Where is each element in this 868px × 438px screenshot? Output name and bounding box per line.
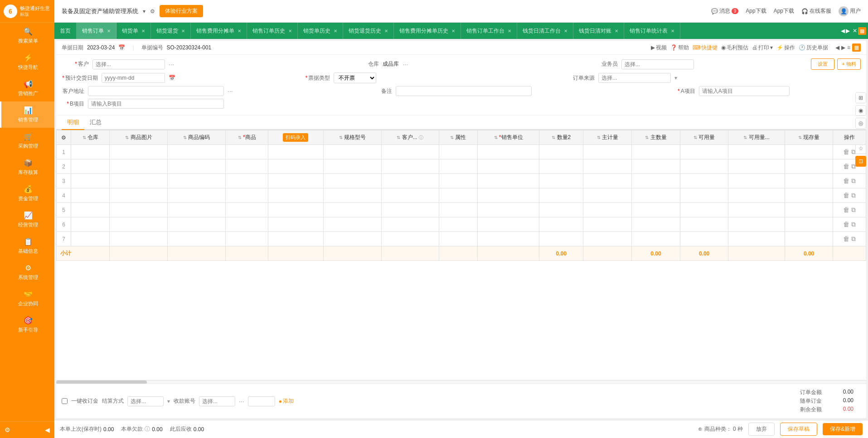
prev-record-icon[interactable]: ◀ — [835, 44, 839, 51]
delivery-date-input[interactable] — [102, 73, 165, 83]
warehouse-dots-icon[interactable]: ··· — [402, 61, 408, 68]
col-spec[interactable]: ⇅ 规格型号 — [323, 130, 381, 145]
profit-button[interactable]: ◉ 毛利预估 — [721, 44, 748, 52]
row-qty2[interactable] — [539, 203, 583, 217]
row-customer-code[interactable] — [381, 188, 439, 203]
row-unit[interactable] — [477, 174, 539, 188]
scan-button[interactable]: 扫码录入 — [283, 133, 308, 142]
row-customer-code[interactable] — [381, 174, 439, 188]
row-product[interactable] — [226, 188, 268, 203]
tab-sales-summary[interactable]: 销售订单统计表 ✕ — [624, 23, 680, 39]
online-support-link[interactable]: 🎧 在线客服 — [801, 7, 831, 15]
list-view-icon[interactable]: ≡ — [847, 44, 850, 51]
row-attr[interactable] — [439, 232, 477, 246]
col-product[interactable]: ⇅ *商品 — [226, 130, 268, 145]
history-button[interactable]: 🕐 历史单据 — [799, 44, 828, 52]
row-main-qty[interactable] — [632, 174, 680, 188]
delete-row-icon[interactable]: 🗑 — [843, 163, 849, 170]
address-input[interactable] — [88, 86, 224, 96]
delete-row-icon[interactable]: 🗑 — [843, 177, 849, 185]
app-download-text[interactable]: App下载 — [774, 7, 794, 15]
right-panel-icon-6[interactable]: ⊡ — [855, 156, 866, 167]
shortcut-button[interactable]: ⌨ 快捷键 — [693, 44, 718, 52]
sidebar-item-system[interactable]: ⚙ 系统管理 — [0, 259, 54, 285]
tab-close-icon[interactable]: ✕ — [564, 29, 567, 34]
right-panel-icon-1[interactable]: ⊞ — [855, 92, 866, 103]
industry-plan-button[interactable]: 体验行业方案 — [160, 5, 203, 17]
calendar-icon[interactable]: 📅 — [118, 44, 125, 51]
col-image[interactable]: ⇅ 商品图片 — [110, 130, 168, 145]
invoice-type-select[interactable]: 不开票 增值税普票 增值税专票 — [334, 72, 376, 83]
settings-button[interactable]: 设置 — [811, 58, 834, 70]
row-qty2[interactable] — [539, 159, 583, 174]
next-tab-icon[interactable]: ▶ — [846, 28, 850, 34]
right-panel-icon-2[interactable]: ◉ — [855, 105, 866, 116]
tab-sales-workbench[interactable]: 销售订单工作台 ✕ — [461, 23, 517, 39]
row-attr[interactable] — [439, 217, 477, 232]
row-customer-code[interactable] — [381, 159, 439, 174]
tab-close-icon[interactable]: ✕ — [334, 29, 337, 34]
sidebar-item-sales[interactable]: 📊 销售管理 — [0, 101, 54, 128]
collapse-icon[interactable]: ◀ — [45, 426, 50, 433]
discard-button[interactable]: 放弃 — [748, 423, 775, 436]
tab-invoice-history[interactable]: 销货单历史 ✕ — [298, 23, 343, 39]
row-code[interactable] — [168, 217, 226, 232]
col-main-qty[interactable]: ⇅ 主数量 — [632, 130, 680, 145]
sidebar-item-inventory[interactable]: 📦 库存核算 — [0, 154, 54, 180]
row-unit[interactable] — [477, 217, 539, 232]
amount-input[interactable]: 0.00 — [248, 396, 275, 406]
row-product[interactable] — [226, 203, 268, 217]
grid-view-icon[interactable]: ▦ — [852, 43, 861, 52]
account-input[interactable] — [199, 396, 235, 406]
row-code[interactable] — [168, 145, 226, 159]
row-customer-code[interactable] — [381, 217, 439, 232]
message-area[interactable]: 💬 消息 9 — [711, 7, 739, 15]
tab-daily-reconcile[interactable]: 钱货日清对账 ✕ — [573, 23, 624, 39]
row-qty2[interactable] — [539, 188, 583, 203]
col-scan[interactable]: 扫码录入 — [268, 130, 323, 145]
row-warehouse[interactable] — [71, 217, 110, 232]
row-code[interactable] — [168, 188, 226, 203]
row-qty2[interactable] — [539, 232, 583, 246]
sidebar-item-quicknav[interactable]: ⚡ 快捷导航 — [0, 49, 54, 75]
save-new-button[interactable]: 保存&新增 — [823, 423, 863, 435]
row-warehouse[interactable] — [71, 174, 110, 188]
tab-close-icon[interactable]: ✕ — [107, 29, 111, 34]
row-spec[interactable] — [323, 145, 381, 159]
tab-sales-expense[interactable]: 销售费用分摊单 ✕ — [191, 23, 247, 39]
row-spec[interactable] — [323, 217, 381, 232]
tab-summary[interactable]: 汇总 — [84, 116, 107, 130]
tab-close-icon[interactable]: ✕ — [238, 29, 241, 34]
help-button[interactable]: ❓ 帮助 — [670, 44, 689, 52]
tab-daily-workbench[interactable]: 钱货日清工作台 ✕ — [517, 23, 573, 39]
settings-icon[interactable]: ⚙ — [5, 426, 10, 433]
tab-sales-return[interactable]: 销货退货 ✕ — [151, 23, 191, 39]
row-main-qty[interactable] — [632, 217, 680, 232]
tab-close-icon[interactable]: ✕ — [181, 29, 185, 34]
tab-return-history[interactable]: 销货退货历史 ✕ — [343, 23, 394, 39]
account-dots-icon[interactable]: ··· — [239, 398, 244, 405]
row-code[interactable] — [168, 232, 226, 246]
col-settings[interactable]: ⚙ — [57, 130, 71, 145]
remark-input[interactable] — [396, 86, 532, 96]
row-spec[interactable] — [323, 174, 381, 188]
row-qty2[interactable] — [539, 217, 583, 232]
row-attr[interactable] — [439, 145, 477, 159]
col-warehouse[interactable]: ⇅ 仓库 — [71, 130, 110, 145]
app-download-link[interactable]: App下载 — [746, 7, 766, 15]
customer-input[interactable] — [92, 59, 165, 69]
sidebar-item-finance[interactable]: 💰 资金管理 — [0, 180, 54, 207]
row-product[interactable] — [226, 145, 268, 159]
tab-close-icon[interactable]: ✕ — [508, 29, 511, 34]
close-all-tabs-icon[interactable]: ✕ — [853, 28, 857, 34]
col-available[interactable]: ⇅ 可用量 — [680, 130, 728, 145]
b-project-input[interactable] — [88, 99, 224, 109]
row-attr[interactable] — [439, 159, 477, 174]
copy-row-icon[interactable]: ⧉ — [851, 235, 856, 243]
row-customer-code[interactable] — [381, 203, 439, 217]
row-spec[interactable] — [323, 232, 381, 246]
sidebar-item-collaboration[interactable]: 🤝 企业协同 — [0, 285, 54, 312]
calendar2-icon[interactable]: 📅 — [169, 75, 175, 81]
right-panel-icon-3[interactable]: ◎ — [855, 118, 866, 129]
col-unit[interactable]: ⇅ *销售单位 — [477, 130, 539, 145]
